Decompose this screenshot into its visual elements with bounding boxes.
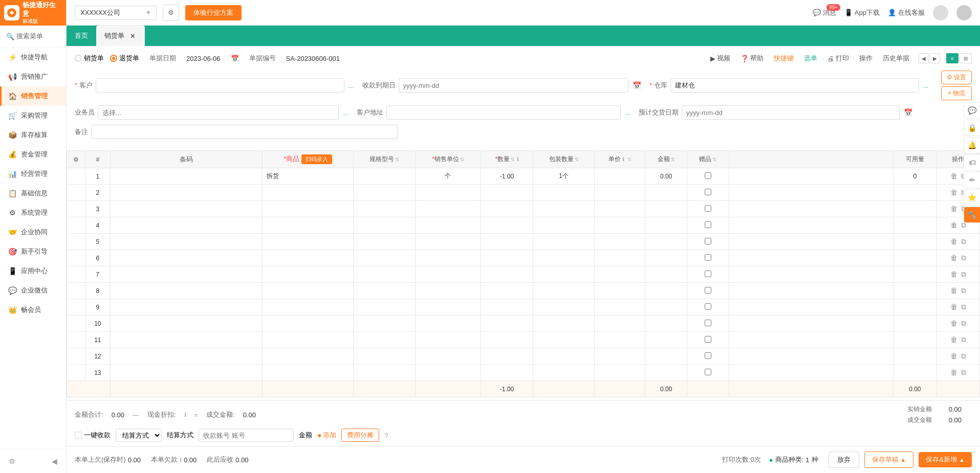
row-product[interactable]: 拆货 — [262, 168, 354, 185]
select-btn[interactable]: 选单 — [801, 52, 820, 64]
sidebar-search[interactable]: 🔍 搜索菜单 — [0, 26, 66, 48]
float-btn-chat[interactable]: 💬 — [964, 102, 980, 119]
row-spec[interactable] — [354, 168, 415, 185]
form-settings-btn[interactable]: ⚙ 设置 — [941, 71, 972, 84]
sidebar-item-basic[interactable]: 📋 基础信息 — [0, 184, 66, 203]
cal-icon1[interactable]: 📅 — [231, 55, 239, 62]
row-barcode[interactable] — [110, 266, 262, 283]
row-barcode[interactable] — [110, 316, 262, 332]
shortcut-btn[interactable]: 快捷键 — [771, 52, 797, 64]
float-btn-edit[interactable]: ✏ — [964, 172, 980, 188]
addr-expand-icon[interactable]: ... — [625, 109, 630, 117]
customer-addr-input[interactable] — [386, 105, 621, 120]
float-btn-notify[interactable]: 🔔 — [964, 137, 980, 153]
row-spec[interactable] — [354, 250, 415, 266]
row-spec[interactable] — [354, 299, 415, 316]
row-delete-btn[interactable]: 🗑 — [950, 352, 957, 360]
notes-input[interactable] — [91, 125, 398, 139]
collapse-btn[interactable]: ◀ — [47, 454, 62, 469]
salesman-expand-icon[interactable]: ... — [343, 109, 349, 117]
cal-icon2[interactable]: 📅 — [633, 81, 641, 89]
row-gift[interactable] — [687, 201, 729, 217]
user-avatar2[interactable] — [956, 5, 972, 20]
row-spec[interactable] — [354, 266, 415, 283]
sidebar-item-member[interactable]: 👑 畅会员 — [0, 300, 66, 320]
row-qty[interactable] — [481, 234, 533, 250]
sidebar-item-apps[interactable]: 📱 应用中心 — [0, 261, 66, 281]
grid-view-btn[interactable]: ⊞ — [960, 53, 972, 63]
row-barcode[interactable] — [110, 234, 262, 250]
row-barcode[interactable] — [110, 283, 262, 299]
row-barcode[interactable] — [110, 185, 262, 201]
row-copy-btn[interactable]: ⧉ — [961, 237, 966, 245]
row-qty[interactable] — [481, 185, 533, 201]
row-delete-btn[interactable]: 🗑 — [950, 335, 957, 344]
row-copy-btn[interactable]: ⧉ — [961, 254, 966, 262]
row-qty[interactable] — [481, 299, 533, 316]
user-avatar[interactable] — [933, 5, 948, 20]
row-gift[interactable] — [687, 185, 729, 201]
radio-return-order[interactable]: 退货单 — [110, 54, 139, 63]
row-delete-btn[interactable]: 🗑 — [950, 286, 957, 295]
row-barcode[interactable] — [110, 168, 262, 185]
sidebar-item-finance[interactable]: 💰 资金管理 — [0, 145, 66, 164]
row-spec[interactable] — [354, 365, 415, 381]
row-product[interactable] — [262, 348, 354, 365]
row-barcode[interactable] — [110, 299, 262, 316]
row-gift[interactable] — [687, 283, 729, 299]
row-spec[interactable] — [354, 185, 415, 201]
fee-question-icon[interactable]: ? — [384, 432, 388, 439]
add-payment-btn[interactable]: ● 添加 — [317, 431, 336, 440]
row-qty[interactable] — [481, 332, 533, 348]
row-spec[interactable] — [354, 348, 415, 365]
row-product[interactable] — [262, 332, 354, 348]
row-product[interactable] — [262, 234, 354, 250]
row-copy-btn[interactable]: ⧉ — [961, 319, 966, 327]
row-qty[interactable] — [481, 201, 533, 217]
float-btn-tag[interactable]: 🏷 — [964, 154, 980, 171]
row-delete-btn[interactable]: 🗑 — [950, 172, 957, 180]
sidebar-item-collab[interactable]: 🤝 企业协同 — [0, 222, 66, 242]
row-spec[interactable] — [354, 283, 415, 299]
row-product[interactable] — [262, 316, 354, 332]
sidebar-item-marketing[interactable]: 📢 营销推广 — [0, 67, 66, 86]
th-settings[interactable]: ⚙ — [67, 151, 85, 168]
row-product[interactable] — [262, 185, 354, 201]
row-spec[interactable] — [354, 316, 415, 332]
row-qty[interactable] — [481, 217, 533, 234]
row-qty[interactable] — [481, 316, 533, 332]
row-gift[interactable] — [687, 316, 729, 332]
one-click-payment[interactable]: 一键收款 — [75, 431, 111, 440]
row-spec[interactable] — [354, 217, 415, 234]
row-product[interactable] — [262, 266, 354, 283]
online-service-btn[interactable]: 👤 在线客服 — [888, 8, 925, 17]
row-qty[interactable] — [481, 365, 533, 381]
row-qty[interactable] — [481, 348, 533, 365]
row-gift[interactable] — [687, 299, 729, 316]
operations-btn[interactable]: 操作 — [856, 52, 876, 64]
sidebar-item-wechat[interactable]: 💬 企业微信 — [0, 281, 66, 300]
prev-arrow[interactable]: ◀ — [919, 53, 929, 63]
row-product[interactable] — [262, 299, 354, 316]
help-btn[interactable]: ❓ 帮助 — [737, 52, 767, 64]
row-delete-btn[interactable]: 🗑 — [950, 188, 957, 196]
row-delete-btn[interactable]: 🗑 — [950, 270, 957, 278]
row-delete-btn[interactable]: 🗑 — [950, 221, 957, 229]
cal-icon3[interactable]: 📅 — [904, 108, 912, 117]
scan-btn[interactable]: 扫码录入 — [301, 154, 332, 164]
row-gift[interactable] — [687, 217, 729, 234]
row-copy-btn[interactable]: ⧉ — [961, 286, 966, 295]
row-copy-btn[interactable]: ⧉ — [961, 270, 966, 278]
row-barcode[interactable] — [110, 332, 262, 348]
next-arrow[interactable]: ▶ — [930, 53, 940, 63]
row-qty[interactable] — [481, 283, 533, 299]
message-btn[interactable]: 💬 消息 99+ — [813, 8, 836, 17]
row-spec[interactable] — [354, 332, 415, 348]
sidebar-item-quicknav[interactable]: ⚡ 快捷导航 — [0, 48, 66, 67]
row-barcode[interactable] — [110, 217, 262, 234]
video-btn[interactable]: ▶ 视频 — [707, 52, 733, 64]
tab-close-btn[interactable]: ✕ — [128, 32, 137, 40]
float-btn-star[interactable]: ⭐ — [964, 189, 980, 206]
expected-date-input[interactable] — [682, 105, 900, 120]
row-product[interactable] — [262, 365, 354, 381]
